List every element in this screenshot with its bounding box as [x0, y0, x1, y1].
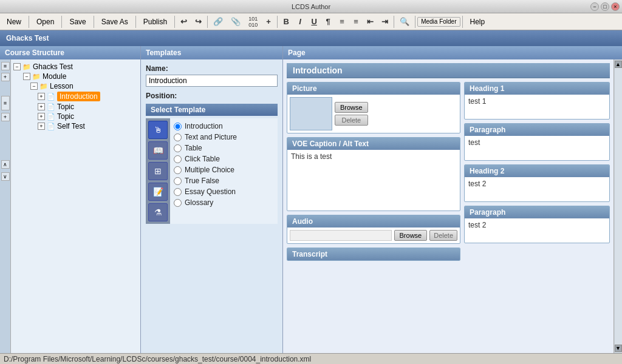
- underline-button[interactable]: U: [307, 15, 321, 28]
- scroll-up-button[interactable]: ▲: [615, 61, 622, 68]
- expander-selftest[interactable]: +: [38, 123, 45, 130]
- save-as-menu[interactable]: Save As: [96, 15, 134, 29]
- tree-item-topic1[interactable]: + 📄 Topic: [38, 102, 138, 112]
- open-menu[interactable]: Open: [31, 15, 60, 29]
- indent-button[interactable]: ⇤: [363, 15, 377, 28]
- audio-browse-button[interactable]: Browse: [394, 230, 428, 241]
- radio-glossary[interactable]: Glossary: [174, 197, 274, 208]
- template-icon-book[interactable]: 📖: [148, 141, 168, 160]
- nav-tool-3[interactable]: ≡: [1, 96, 10, 110]
- close-button[interactable]: ×: [611, 2, 620, 11]
- outdent-button[interactable]: ⇥: [378, 15, 392, 28]
- course-structure-header: Course Structure: [0, 46, 140, 59]
- template-icon-grid[interactable]: ⊞: [148, 162, 168, 180]
- course-structure-panel: Course Structure ≡ + ≡ + ∧ ∨ − 📁 Ghacks …: [0, 46, 141, 353]
- scroll-down-button[interactable]: ▼: [615, 345, 622, 352]
- template-icons: 🖱 📖 ⊞ 📝 ⚗: [146, 118, 170, 224]
- window-controls: − □ ×: [590, 2, 620, 11]
- italic-button[interactable]: I: [293, 15, 307, 28]
- search-button[interactable]: 🔍: [396, 15, 413, 28]
- paragraph-button[interactable]: ¶: [321, 15, 335, 28]
- radio-multichoice[interactable]: Multiple Choice: [174, 164, 274, 175]
- title-bar: LCDS Author − □ ×: [0, 0, 622, 13]
- template-icon-flask[interactable]: ⚗: [148, 203, 168, 221]
- name-input[interactable]: [146, 75, 278, 87]
- help-menu[interactable]: Help: [465, 15, 491, 29]
- sep10: [462, 16, 463, 28]
- tree-item-module[interactable]: − 📁 Module: [23, 72, 138, 81]
- audio-delete-button[interactable]: Delete: [429, 230, 457, 241]
- tree-item-introduction[interactable]: + 📄 Introduction: [38, 91, 138, 102]
- new-menu[interactable]: New: [1, 15, 27, 29]
- tree-label-topic1: Topic: [57, 103, 74, 111]
- list-button[interactable]: ≡: [335, 15, 349, 28]
- tree-item-ghacks[interactable]: − 📁 Ghacks Test: [13, 62, 138, 72]
- picture-delete-button[interactable]: Delete: [335, 115, 368, 126]
- template-icon-page[interactable]: 📝: [148, 183, 168, 201]
- audio-browse-row: Browse Delete: [287, 228, 460, 243]
- redo-button[interactable]: ↪: [191, 15, 205, 28]
- save-menu[interactable]: Save: [64, 15, 91, 29]
- nav-tool-5[interactable]: ∧: [1, 160, 10, 169]
- minimize-button[interactable]: −: [590, 2, 599, 11]
- radio-introduction[interactable]: Introduction: [174, 121, 274, 132]
- expander-introduction[interactable]: +: [38, 93, 45, 100]
- add-button[interactable]: +: [262, 15, 275, 28]
- undo-button[interactable]: ↩: [177, 15, 191, 28]
- paragraph-text: test: [468, 138, 480, 147]
- expander-ghacks[interactable]: −: [13, 63, 21, 70]
- tree-label-module: Module: [43, 72, 66, 81]
- status-path: D:/Program Files/Microsoft/Learning/LCDS…: [4, 355, 311, 363]
- radio-table[interactable]: Table: [174, 143, 274, 153]
- expander-topic2[interactable]: +: [38, 113, 45, 120]
- publish-menu[interactable]: Publish: [138, 15, 173, 29]
- radio-clicktable[interactable]: Click Table: [174, 153, 274, 164]
- folder-icon-module: 📁: [32, 73, 41, 81]
- heading1-section: Heading 1 test 1: [464, 82, 610, 120]
- bold-button[interactable]: B: [279, 15, 293, 28]
- heading1-header: Heading 1: [465, 83, 609, 95]
- paragraph2-section: Paragraph test 2: [464, 206, 610, 243]
- app-title: LCDS Author: [292, 3, 330, 10]
- expander-topic1[interactable]: +: [38, 103, 45, 110]
- main-layout: Course Structure ≡ + ≡ + ∧ ∨ − 📁 Ghacks …: [0, 46, 622, 353]
- sep2: [61, 16, 62, 28]
- sep4: [135, 16, 136, 28]
- page-main: Introduction Picture Browse Delete: [283, 59, 613, 353]
- expander-lesson[interactable]: −: [30, 83, 38, 90]
- link-button[interactable]: 🔗: [210, 15, 227, 28]
- project-title-bar: Ghacks Test: [0, 30, 622, 46]
- picture-section: Picture Browse Delete: [287, 82, 460, 133]
- nav-tool-1[interactable]: ≡: [1, 62, 10, 70]
- picture-placeholder: [290, 97, 332, 130]
- expander-module[interactable]: −: [23, 73, 30, 80]
- radio-essay[interactable]: Essay Question: [174, 186, 274, 197]
- nav-tool-4[interactable]: +: [1, 113, 10, 121]
- maximize-button[interactable]: □: [601, 2, 609, 11]
- sep9: [415, 16, 415, 28]
- sep6: [207, 16, 208, 28]
- paragraph-body: test: [465, 136, 609, 160]
- template-icon-intro[interactable]: 🖱: [148, 121, 168, 139]
- nav-tool-2[interactable]: +: [1, 73, 10, 81]
- page-left-col: Picture Browse Delete VOE Cap: [287, 82, 460, 349]
- paragraph2-header: Paragraph: [465, 206, 609, 218]
- radio-truefalse[interactable]: True False: [174, 175, 274, 186]
- page-body: Introduction Picture Browse Delete: [283, 59, 622, 353]
- code-button[interactable]: 101010: [245, 14, 261, 30]
- list2-button[interactable]: ≡: [349, 15, 363, 28]
- tree-item-lesson[interactable]: − 📁 Lesson: [30, 81, 138, 91]
- picture-browse-button[interactable]: Browse: [335, 102, 368, 113]
- radio-textpic[interactable]: Text and Picture: [174, 132, 274, 143]
- templates-header: Templates: [141, 46, 282, 59]
- voe-section: VOE Caption / Alt Text This is a test: [287, 137, 460, 211]
- sep1: [29, 16, 29, 28]
- nav-tool-6[interactable]: ∨: [1, 172, 10, 181]
- heading2-body: test 2: [465, 177, 609, 201]
- voe-header: VOE Caption / Alt Text: [287, 138, 460, 150]
- media-folder-button[interactable]: Media Folder: [417, 17, 460, 27]
- tree-item-selftest[interactable]: + 📄 Self Test: [38, 121, 138, 131]
- tree-item-topic2[interactable]: + 📄 Topic: [38, 112, 138, 121]
- attach-button[interactable]: 📎: [227, 15, 244, 28]
- project-title: Ghacks Test: [6, 34, 49, 42]
